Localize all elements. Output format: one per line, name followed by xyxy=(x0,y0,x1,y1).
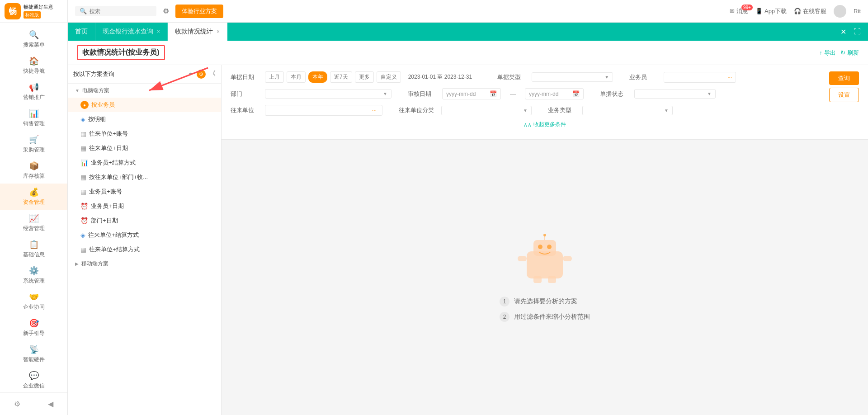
counterpart-more-icon[interactable]: ··· xyxy=(372,107,377,113)
date-btn-last-month[interactable]: 上月 xyxy=(265,71,284,83)
review-date-from-text: yyyy-mm-dd xyxy=(446,91,476,97)
date-btn-7days[interactable]: 近7天 xyxy=(330,71,352,83)
main-content: 🔍 ⚙ 体验行业方案 ✉ 消息 99+ 📱 App下载 🎧 在线 xyxy=(68,0,868,415)
filter-settings-icon[interactable]: ⚙ xyxy=(197,70,206,79)
refresh-button[interactable]: ↻ 刷新 xyxy=(840,49,859,57)
date-dash: — xyxy=(510,90,516,97)
date-label: 单据日期 xyxy=(231,73,258,81)
tree-item-salesman-account[interactable]: ▦ 业务员+账号 xyxy=(68,184,221,199)
query-button[interactable]: 查询 xyxy=(829,71,859,85)
tree-item-partner-payment1[interactable]: ◈ 往来单位+结算方式 xyxy=(68,228,221,242)
svg-point-2 xyxy=(538,245,542,249)
dept-select[interactable]: ▼ xyxy=(265,89,392,99)
filter-add-icon[interactable]: + xyxy=(189,70,193,79)
filter-collapse-icon[interactable]: 《 xyxy=(209,70,216,79)
message-icon: ✉ xyxy=(730,8,735,14)
sidebar-footer: ⚙ ◀ xyxy=(0,392,67,415)
salesman-more-icon[interactable]: ··· xyxy=(727,74,732,80)
page-title-box: 收款情况统计(按业务员) xyxy=(77,45,165,60)
filter-panel-header: 按以下方案查询 + ⚙ 《 xyxy=(68,65,221,84)
review-date-from-input[interactable]: yyyy-mm-dd 📅 xyxy=(442,88,501,99)
tree-item-dept-combined[interactable]: ▦ 按往来单位+部门+收... xyxy=(68,170,221,184)
sidebar-item-inventory[interactable]: 📦 库存核算 xyxy=(0,157,67,184)
tab-bank[interactable]: 现金银行流水查询 × xyxy=(95,23,168,41)
tab-collection-close-icon[interactable]: × xyxy=(217,28,220,35)
export-button[interactable]: ↑ 导出 xyxy=(820,49,836,57)
tree-item-dept-date-label: 部门+日期 xyxy=(91,217,118,225)
calendar-from-icon: 📅 xyxy=(490,90,497,97)
sidebar-item-hardware[interactable]: 📡 智能硬件 xyxy=(0,341,67,367)
tree-mobile-label: 移动端方案 xyxy=(81,260,108,268)
date-btn-custom[interactable]: 自定义 xyxy=(377,71,401,83)
tree-item-partner-payment2[interactable]: ▦ 往来单位+结算方式 xyxy=(68,242,221,257)
sidebar-nav: 🔍 搜索菜单 🏠 快捷导航 📢 营销推广 📊 销售管理 🛒 采购管理 📦 xyxy=(0,23,67,392)
review-date-to-input[interactable]: yyyy-mm-dd 📅 xyxy=(525,88,584,99)
topbar-app-download[interactable]: 📱 App下载 xyxy=(755,7,787,15)
bill-status-select[interactable]: ▼ xyxy=(634,89,716,99)
sidebar-collapse-icon[interactable]: ◀ xyxy=(46,397,56,410)
sidebar-item-finance[interactable]: 💰 资金管理 xyxy=(0,184,67,210)
calendar-to-icon: 📅 xyxy=(572,90,580,97)
biz-type-select[interactable]: ▼ xyxy=(582,106,673,115)
sidebar-settings-icon[interactable]: ⚙ xyxy=(12,397,23,410)
topbar-online-service[interactable]: 🎧 在线客服 xyxy=(794,7,826,15)
purchase-icon: 🛒 xyxy=(29,135,39,145)
topbar-search-box[interactable]: 🔍 xyxy=(75,6,156,16)
sidebar-item-enterprise[interactable]: 🤝 企业协同 xyxy=(0,288,67,315)
sidebar-item-system[interactable]: ⚙️ 系统管理 xyxy=(0,262,67,288)
sidebar-item-newguide[interactable]: 🎯 新手引导 xyxy=(0,315,67,341)
counterpart-select[interactable]: ··· xyxy=(265,105,382,116)
result-step-1: 1 请先选择要分析的方案 xyxy=(500,297,590,307)
tree-item-salesman-account-label: 业务员+账号 xyxy=(89,188,122,196)
tree-desktop-header[interactable]: ▼ 电脑端方案 xyxy=(68,84,221,98)
tree-item-detail-label: 按明细 xyxy=(88,115,106,123)
tab-home[interactable]: 首页 xyxy=(68,23,95,41)
topbar-message[interactable]: ✉ 消息 99+ xyxy=(730,7,748,15)
export-icon: ↑ xyxy=(820,49,823,56)
counterpart-category-select[interactable]: ▼ xyxy=(441,106,532,115)
sidebar-item-basic[interactable]: 📋 基础信息 xyxy=(0,236,67,262)
sidebar-item-inventory-label: 库存核算 xyxy=(23,172,45,180)
username-label[interactable]: Rit xyxy=(854,8,861,14)
date-btn-this-year[interactable]: 本年 xyxy=(308,71,327,83)
sidebar-item-marketing[interactable]: 📢 营销推广 xyxy=(0,79,67,105)
topbar-search-input[interactable] xyxy=(90,8,144,14)
tree-item-salesman[interactable]: ● 按业务员 xyxy=(68,98,221,112)
tree-item-partner-date[interactable]: ▦ 往来单位+日期 xyxy=(68,141,221,156)
bill-type-select[interactable]: ▼ xyxy=(532,72,613,82)
salesman-select[interactable]: ··· xyxy=(664,72,736,83)
salesman-icon: ● xyxy=(80,101,89,109)
filter-panel: 按以下方案查询 + ⚙ 《 ▼ 电脑端方案 xyxy=(68,65,222,415)
tab-fullscreen-icon[interactable]: ⛶ xyxy=(852,26,863,38)
sidebar-item-operation-label: 经营管理 xyxy=(23,225,45,232)
topbar-solution-button[interactable]: 体验行业方案 xyxy=(175,5,223,18)
collapse-bar[interactable]: ∧∧ 收起更多条件 xyxy=(231,116,859,133)
user-avatar[interactable] xyxy=(834,5,846,18)
sidebar-item-sales[interactable]: 📊 销售管理 xyxy=(0,105,67,131)
sidebar-item-quicknav-label: 快捷导航 xyxy=(23,67,45,75)
date-btn-more[interactable]: 更多 xyxy=(355,71,374,83)
sidebar-item-wechat[interactable]: 💬 企业微信 xyxy=(0,367,67,392)
tree-item-dept-date[interactable]: ⏰ 部门+日期 xyxy=(68,213,221,228)
topbar-gear-icon[interactable]: ⚙ xyxy=(161,5,171,17)
tab-bank-close-icon[interactable]: × xyxy=(157,28,160,35)
date-btn-this-month[interactable]: 本月 xyxy=(287,71,306,83)
tree-item-detail[interactable]: ◈ 按明细 xyxy=(68,112,221,127)
sidebar-item-purchase[interactable]: 🛒 采购管理 xyxy=(0,131,67,157)
sidebar-item-quicknav[interactable]: 🏠 快捷导航 xyxy=(0,52,67,79)
tree-mobile-header[interactable]: ▶ 移动端方案 xyxy=(68,257,221,271)
page-title: 收款情况统计(按业务员) xyxy=(82,48,160,56)
tree-item-partner-account[interactable]: ▦ 往来单位+账号 xyxy=(68,127,221,141)
operation-icon: 📈 xyxy=(29,213,39,223)
filter-row-3: 往来单位 ··· 往来单位分类 xyxy=(231,105,825,116)
sidebar-item-newguide-label: 新手引导 xyxy=(23,330,45,337)
sidebar-item-search[interactable]: 🔍 搜索菜单 xyxy=(0,26,67,52)
tab-collection[interactable]: 收款情况统计 × xyxy=(168,23,227,41)
tree-item-salesman-date[interactable]: ⏰ 业务员+日期 xyxy=(68,199,221,213)
tab-close-all-icon[interactable]: ✕ xyxy=(839,26,848,38)
sidebar-item-operation[interactable]: 📈 经营管理 xyxy=(0,210,67,236)
tree-item-salesman-payment[interactable]: 📊 业务员+结算方式 xyxy=(68,156,221,170)
salesman-date-icon: ⏰ xyxy=(80,203,88,210)
settings-button[interactable]: 设置 xyxy=(829,88,859,102)
tree-item-partner-payment1-label: 往来单位+结算方式 xyxy=(88,231,139,239)
